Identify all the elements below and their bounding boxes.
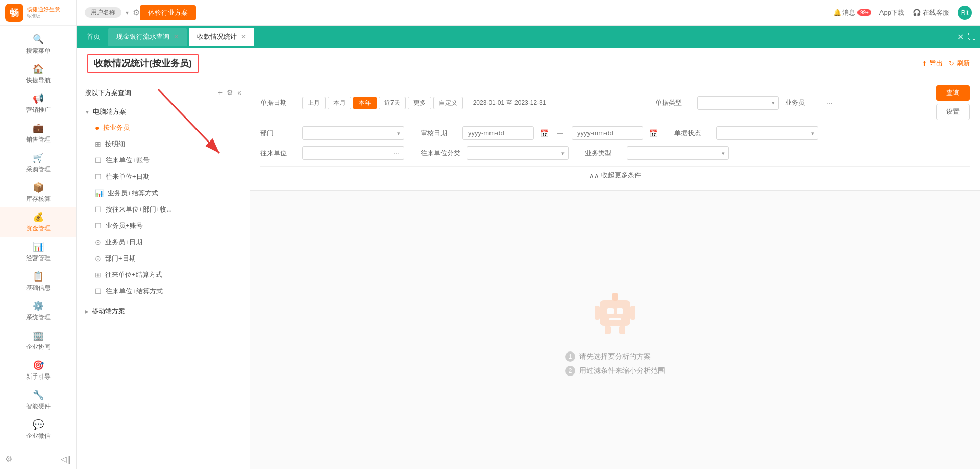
tab-close-collection-stats[interactable]: ✕	[241, 33, 246, 40]
sidebar-item-search[interactable]: 🔍 搜索菜单	[0, 30, 76, 59]
scheme-item-by-salesperson[interactable]: ● 按业务员	[77, 120, 250, 136]
audit-date-start[interactable]	[462, 126, 534, 140]
scheme-item-salesperson-date[interactable]: ⊙ 业务员+日期	[77, 234, 250, 250]
dept-select[interactable]	[302, 126, 404, 140]
sidebar-item-member[interactable]: 👑 畅会员	[0, 444, 76, 449]
scheme-item-partner-method1[interactable]: ⊞ 往来单位+结算方式	[77, 267, 250, 283]
right-content: 单据日期 上月 本月 本年 近7天 更多 自定义 2023-01-01 至	[250, 79, 980, 469]
scheme-sm-icon: 📊	[95, 189, 104, 197]
scheme-item-partner-account[interactable]: ☐ 往来单位+账号	[77, 152, 250, 169]
sidebar-item-label: 快捷导航	[26, 76, 51, 85]
header-gear-icon[interactable]: ⚙	[133, 8, 140, 17]
sidebar-item-finance[interactable]: 💰 资金管理	[0, 207, 76, 237]
calendar-end-icon[interactable]: 📅	[649, 129, 658, 137]
date-tab-custom[interactable]: 自定义	[433, 97, 463, 109]
salesperson-dots[interactable]: ···	[827, 99, 832, 107]
date-tab-thisyear[interactable]: 本年	[353, 97, 377, 109]
partner-category-label: 往来单位分类	[421, 149, 460, 158]
date-tab-lastmonth[interactable]: 上月	[302, 97, 326, 109]
partner-input[interactable]	[302, 146, 404, 160]
biz-type-select[interactable]	[627, 146, 729, 160]
tab-close-bank-flow[interactable]: ✕	[174, 33, 179, 40]
voucher-status-select[interactable]	[716, 126, 818, 140]
type-label: 单据类型	[655, 98, 691, 107]
date-tab-7days[interactable]: 近7天	[379, 97, 406, 109]
partner-category-select[interactable]	[467, 146, 569, 160]
date-tab-more[interactable]: 更多	[408, 97, 431, 109]
sidebar-item-sales[interactable]: 💼 销售管理	[0, 119, 76, 148]
add-scheme-btn[interactable]: +	[218, 88, 223, 98]
settings-btn[interactable]: 设置	[936, 104, 970, 120]
scheme-item-salesperson-method[interactable]: 📊 业务员+结算方式	[77, 185, 250, 201]
sidebar-item-system[interactable]: ⚙️ 系统管理	[0, 296, 76, 326]
sidebar-item-operations[interactable]: 📊 经营管理	[0, 237, 76, 267]
mobile-group-header[interactable]: ▶ 移动端方案	[77, 303, 250, 319]
voucher-status-wrapper	[716, 126, 818, 140]
query-btn[interactable]: 查询	[936, 85, 970, 101]
tab-collection-stats[interactable]: 收款情况统计 ✕	[189, 28, 254, 46]
audit-date-end[interactable]	[572, 126, 643, 140]
scheme-settings-btn[interactable]: ⚙	[227, 88, 233, 98]
export-btn[interactable]: ⬆ 导出	[922, 59, 943, 68]
online-service-btn[interactable]: 🎧 在线客服	[913, 8, 949, 17]
scheme-item-by-detail[interactable]: ⊞ 按明细	[77, 136, 250, 152]
refresh-btn[interactable]: ↻ 刷新	[949, 59, 970, 68]
sidebar-item-marketing[interactable]: 📢 营销推广	[0, 89, 76, 119]
scheme-item-label: 业务员+结算方式	[108, 189, 158, 198]
scheme-item-label: 业务员+日期	[105, 238, 142, 247]
tab-bank-flow[interactable]: 现金银行流水查询 ✕	[108, 28, 187, 46]
svg-rect-7	[605, 326, 611, 334]
sidebar-item-guide[interactable]: 🎯 新手引导	[0, 356, 76, 385]
calendar-start-icon[interactable]: 📅	[540, 129, 549, 137]
svg-rect-6	[630, 306, 635, 320]
scheme-item-label: 部门+日期	[105, 254, 136, 263]
guide-icon: 🎯	[33, 360, 44, 371]
scheme-item-partner-date[interactable]: ☐ 往来单位+日期	[77, 169, 250, 185]
trial-btn[interactable]: 体验行业方案	[140, 5, 196, 20]
sidebar-item-quicknav[interactable]: 🏠 快捷导航	[0, 59, 76, 89]
date-tab-thismonth[interactable]: 本月	[328, 97, 351, 109]
breadcrumb-chevron-icon[interactable]: ▾	[126, 9, 129, 16]
collapse-panel-btn[interactable]: «	[237, 88, 241, 98]
page-header: 收款情况统计(按业务员) ⬆ 导出 ↻ 刷新	[77, 48, 980, 79]
smarthw-icon: 🔧	[33, 389, 44, 401]
partner-category-wrapper	[467, 146, 569, 160]
scheme-item-partner-method2[interactable]: ☐ 往来单位+结算方式	[77, 283, 250, 299]
scheme-item-label: 业务员+账号	[106, 221, 143, 230]
sidebar-item-enterprise[interactable]: 🏢 企业协同	[0, 326, 76, 356]
scheme-item-salesperson-account[interactable]: ☐ 业务员+账号	[77, 218, 250, 234]
sidebar-item-wechat[interactable]: 💬 企业微信	[0, 415, 76, 444]
operations-icon: 📊	[33, 241, 44, 252]
sidebar-item-purchase[interactable]: 🛒 采购管理	[0, 148, 76, 178]
desktop-group-header[interactable]: ▼ 电脑端方案	[77, 104, 250, 120]
partner-dots-btn[interactable]: ···	[391, 149, 401, 157]
sidebar-item-smarthw[interactable]: 🔧 智能硬件	[0, 385, 76, 415]
collapse-sidebar-btn[interactable]: ◁‖	[61, 454, 71, 464]
close-tab-btn[interactable]: ✕	[957, 32, 964, 42]
settings-footer-btn[interactable]: ⚙	[5, 454, 12, 464]
notifications-area[interactable]: 🔔 消息 99+	[833, 8, 871, 17]
top-header: 用户名称 ▾ ⚙ 体验行业方案 🔔 消息 99+ App下载 🎧 在线客服 Ri…	[77, 0, 980, 26]
app-download-btn[interactable]: App下载	[879, 8, 904, 17]
collapse-bar[interactable]: ∧∧ 收起更多条件	[260, 166, 970, 184]
notifications-label: 消息	[842, 8, 855, 17]
tab-home[interactable]: 首页	[81, 28, 106, 46]
date-label: 单据日期	[260, 98, 296, 107]
scheme-item-partner-dept[interactable]: ☐ 按往来单位+部门+收...	[77, 201, 250, 218]
desktop-schemes-list: ● 按业务员 ⊞ 按明细 ☐ 往来单位+账号 ☐	[77, 120, 250, 299]
user-avatar[interactable]: Rit	[958, 6, 972, 20]
sidebar-item-label: 采购管理	[26, 165, 51, 174]
marketing-icon: 📢	[33, 93, 44, 104]
sidebar-item-inventory[interactable]: 📦 库存核算	[0, 178, 76, 207]
scheme-item-label: 往来单位+结算方式	[105, 270, 162, 279]
finance-icon: 💰	[33, 212, 44, 223]
date-start: 2023-01-01	[473, 99, 504, 106]
sidebar-item-basicinfo[interactable]: 📋 基础信息	[0, 267, 76, 296]
audit-date-label: 审核日期	[421, 129, 456, 138]
system-icon: ⚙️	[33, 300, 44, 312]
basicinfo-icon: 📋	[33, 271, 44, 282]
scheme-item-dept-date[interactable]: ⊙ 部门+日期	[77, 250, 250, 267]
fullscreen-btn[interactable]: ⛶	[968, 32, 976, 41]
collapse-up-icon: ∧∧	[589, 172, 599, 179]
type-select[interactable]	[697, 96, 779, 110]
